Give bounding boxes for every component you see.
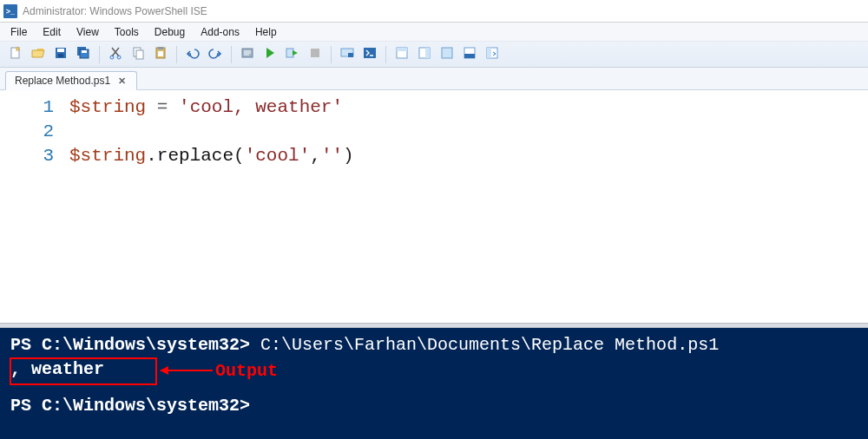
cut-button[interactable]: [106, 45, 125, 64]
svg-rect-14: [158, 51, 163, 56]
token-dot: .: [146, 146, 157, 166]
svg-rect-22: [397, 48, 407, 51]
menu-debug[interactable]: Debug: [148, 24, 192, 40]
toggle-console-icon: [463, 46, 477, 62]
toolbar-separator: [176, 46, 177, 63]
svg-rect-4: [58, 54, 63, 57]
save-all-button[interactable]: [74, 45, 93, 64]
menu-bar: FileEditViewToolsDebugAdd-onsHelp: [0, 23, 868, 42]
code-line[interactable]: $string = 'cool, weather': [69, 95, 868, 120]
token-sp: [168, 97, 179, 117]
redo-icon: [208, 46, 222, 62]
save-all-icon: [76, 46, 90, 62]
line-number: 1: [0, 95, 54, 120]
svg-rect-19: [348, 53, 353, 57]
svg-rect-29: [487, 48, 491, 58]
redo-button[interactable]: [206, 45, 225, 64]
console-line-1: PS C:\Windows\system32> C:\Users\Farhan\…: [10, 333, 858, 357]
token-op: =: [157, 97, 168, 117]
token-str: '': [321, 146, 343, 166]
toolbar: [0, 42, 868, 68]
window-title: Administrator: Windows PowerShell ISE: [23, 5, 207, 17]
token-str: 'cool': [245, 146, 311, 166]
remote-session-icon: [340, 46, 354, 62]
paste-button[interactable]: [151, 45, 170, 64]
new-file-icon: [9, 46, 23, 62]
line-number-gutter: 123: [0, 95, 69, 323]
save-icon: [54, 46, 68, 62]
pane-max-button[interactable]: [437, 45, 457, 64]
code-line[interactable]: $string.replace('cool',''): [69, 144, 868, 168]
svg-rect-17: [311, 49, 319, 57]
svg-rect-24: [425, 48, 430, 58]
tab-strip: Replace Method.ps1 ✕: [0, 68, 868, 90]
copy-button[interactable]: [128, 45, 148, 64]
svg-rect-20: [364, 48, 376, 58]
stop-icon: [308, 46, 322, 62]
console-prompt: PS C:\Windows\system32>: [10, 335, 250, 355]
powershell-icon: >_: [3, 4, 17, 18]
new-file-button[interactable]: [6, 45, 25, 64]
menu-add-ons[interactable]: Add-ons: [194, 24, 247, 40]
token-dot: ): [343, 146, 354, 166]
undo-icon: [186, 46, 200, 62]
token-dot: (: [233, 146, 245, 166]
toggle-console-button[interactable]: [460, 45, 479, 64]
tab-active[interactable]: Replace Method.ps1 ✕: [5, 71, 137, 90]
token-dot: ,: [310, 146, 321, 166]
launch-powershell-icon: [363, 46, 377, 62]
window-titlebar: >_ Administrator: Windows PowerShell ISE: [0, 0, 868, 23]
svg-rect-16: [286, 49, 293, 57]
menu-tools[interactable]: Tools: [108, 24, 146, 40]
menu-help[interactable]: Help: [248, 24, 284, 40]
console-pane[interactable]: PS C:\Windows\system32> C:\Users\Farhan\…: [0, 328, 868, 439]
open-file-button[interactable]: [29, 45, 48, 64]
tab-label: Replace Method.ps1: [15, 75, 110, 87]
remote-session-button[interactable]: [338, 45, 357, 64]
pane-max-icon: [440, 46, 454, 62]
token-method: replace: [157, 146, 233, 166]
svg-rect-27: [464, 54, 475, 58]
toolbar-separator: [231, 46, 232, 63]
clear-console-button[interactable]: [238, 45, 257, 64]
menu-edit[interactable]: Edit: [36, 24, 68, 40]
open-file-icon: [31, 46, 45, 62]
clear-console-icon: [240, 46, 254, 62]
undo-button[interactable]: [183, 45, 202, 64]
toolbar-separator: [99, 46, 100, 63]
run-button[interactable]: [260, 45, 279, 64]
code-editor[interactable]: 123 $string = 'cool, weather' $string.re…: [0, 90, 868, 323]
svg-rect-11: [136, 50, 143, 59]
copy-icon: [131, 46, 145, 62]
command-addon-button[interactable]: [483, 45, 502, 64]
menu-view[interactable]: View: [69, 24, 106, 40]
svg-rect-3: [57, 49, 64, 52]
stop-button[interactable]: [306, 45, 325, 64]
toolbar-separator: [385, 46, 386, 63]
run-selection-button[interactable]: [283, 45, 302, 64]
pane-right-button[interactable]: [415, 45, 434, 64]
console-output-line: , weather: [10, 357, 858, 382]
svg-rect-13: [158, 47, 163, 49]
console-blank: [10, 382, 858, 394]
tab-close-icon[interactable]: ✕: [115, 75, 128, 87]
line-number: 2: [0, 120, 54, 144]
svg-rect-1: [16, 48, 19, 50]
run-selection-icon: [286, 46, 299, 62]
pane-right-icon: [418, 46, 431, 62]
menu-file[interactable]: File: [3, 24, 34, 40]
code-line[interactable]: [69, 120, 868, 144]
command-addon-icon: [485, 46, 499, 62]
token-var: $string: [69, 97, 146, 117]
line-number: 3: [0, 144, 54, 168]
code-area[interactable]: $string = 'cool, weather' $string.replac…: [69, 95, 868, 323]
cut-icon: [108, 46, 122, 62]
save-button[interactable]: [51, 45, 70, 64]
svg-rect-25: [442, 48, 452, 58]
pane-script-icon: [395, 46, 409, 62]
console-prompt-2: PS C:\Windows\system32>: [10, 394, 858, 418]
pane-script-button[interactable]: [392, 45, 411, 64]
paste-icon: [154, 46, 168, 62]
run-icon: [263, 46, 277, 62]
launch-powershell-button[interactable]: [360, 45, 379, 64]
